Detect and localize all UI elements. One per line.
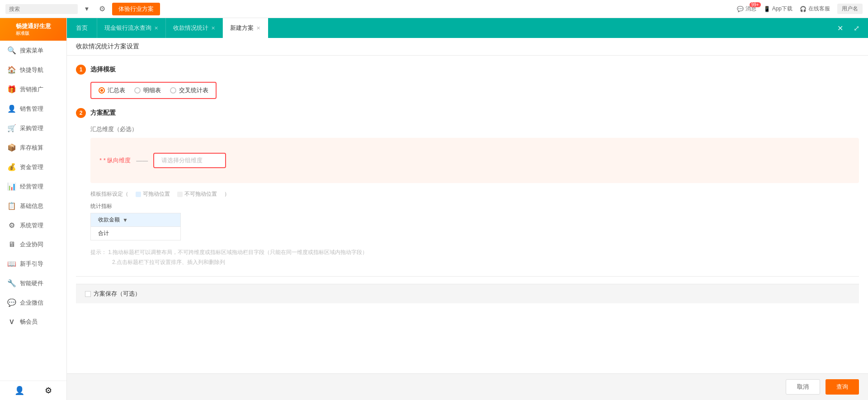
sidebar-bottom-icon2[interactable]: ⚙: [45, 386, 52, 395]
sidebar: 畅捷通好生意 标准版 🔍 搜索菜单 🏠 快捷导航 🎁 营销推广 👤 销售管理: [0, 18, 67, 400]
sidebar-item-label: 智能硬件: [20, 279, 43, 287]
sidebar-item-label: 企业协同: [20, 240, 43, 249]
sidebar-item-nav[interactable]: 🏠 快捷导航: [0, 60, 66, 80]
legend-draggable: 可拖动位置: [136, 190, 170, 198]
hardware-icon: 🔧: [7, 279, 16, 287]
tab-cashflow[interactable]: 现金银行流水查询 ✕: [97, 18, 166, 38]
sidebar-item-label: 畅会员: [20, 318, 38, 326]
sidebar-item-label: 资金管理: [20, 163, 43, 171]
app-logo: 畅捷通好生意 标准版: [0, 18, 66, 41]
dim-arrow-icon: ——: [136, 157, 148, 164]
service-label: 在线客服: [808, 5, 830, 13]
tab-home-label: 首页: [76, 24, 88, 32]
section1-title: 选择模板: [90, 66, 116, 74]
trial-button[interactable]: 体验行业方案: [112, 3, 160, 15]
sidebar-item-sales[interactable]: 👤 销售管理: [0, 99, 66, 118]
chart-icon: 📊: [7, 182, 16, 191]
sidebar-item-label: 营销推广: [20, 85, 43, 94]
save-label: 方案保存（可选）: [94, 290, 141, 298]
radio-cross[interactable]: 交叉统计表: [170, 86, 208, 94]
radio-detail[interactable]: 明细表: [134, 86, 161, 94]
search-input[interactable]: [5, 4, 78, 14]
sidebar-item-label: 搜索菜单: [20, 47, 43, 55]
save-checkbox[interactable]: 方案保存（可选）: [85, 290, 141, 298]
tab-home[interactable]: 首页: [67, 18, 97, 38]
sidebar-item-label: 销售管理: [20, 105, 43, 113]
query-button[interactable]: 查询: [826, 379, 859, 395]
sidebar-bottom-icon1[interactable]: 👤: [14, 386, 24, 395]
section2-num: 2: [76, 108, 86, 118]
page-header: 收款情况统计方案设置: [67, 38, 868, 56]
search-icon: 🔍: [7, 46, 16, 55]
section1-num: 1: [76, 65, 86, 75]
tab-collection-close[interactable]: ✕: [211, 25, 215, 31]
sidebar-item-wechat[interactable]: 💬 企业微信: [0, 293, 66, 312]
gear-icon[interactable]: ⚙: [96, 3, 108, 15]
sidebar-item-base[interactable]: 📋 基础信息: [0, 196, 66, 216]
monitor-icon: 🖥: [7, 240, 16, 249]
tip-2: 2.点击标题栏下拉可设置排序、插入列和删除列: [90, 258, 859, 268]
dim-select[interactable]: 请选择分组维度: [153, 153, 226, 168]
close-window-icon[interactable]: ✕: [834, 22, 846, 34]
radio-detail-circle: [134, 87, 141, 94]
maximize-icon[interactable]: ⤢: [850, 22, 863, 34]
sidebar-item-label: 新手引导: [20, 260, 43, 268]
metrics-table: 收款金额 ▼ 合计: [90, 213, 181, 240]
sidebar-item-inventory[interactable]: 📦 库存核算: [0, 138, 66, 157]
section2-header: 2 方案配置: [76, 108, 859, 118]
sidebar-item-guide[interactable]: 📖 新手引导: [0, 254, 66, 273]
legend-fixed-label: 不可拖动位置: [184, 190, 217, 198]
sidebar-item-member[interactable]: V 畅会员: [0, 312, 66, 331]
sidebar-item-purchase[interactable]: 🛒 采购管理: [0, 118, 66, 138]
sidebar-item-label: 经营管理: [20, 183, 43, 191]
tab-new-plan[interactable]: 新建方案 ✕: [223, 18, 268, 38]
config-panel: * * 纵向维度 —— 请选择分组维度: [90, 138, 859, 183]
dim-label: * * 纵向维度: [99, 156, 131, 165]
sidebar-item-label: 采购管理: [20, 124, 43, 132]
tab-cashflow-label: 现金银行流水查询: [104, 24, 151, 32]
radio-summary-dot: [100, 89, 103, 92]
sidebar-item-collab[interactable]: 🖥 企业协同: [0, 235, 66, 254]
top-bar: ▼ ⚙ 体验行业方案 💬 消息 99+ 📱 App下载 🎧 在线客服 用户名: [0, 0, 868, 18]
info-icon: 📋: [7, 202, 16, 210]
radio-summary[interactable]: 汇总表: [99, 86, 125, 94]
metrics-header-text: 收款金额: [98, 216, 120, 224]
metrics-dropdown-icon[interactable]: ▼: [123, 217, 128, 223]
download-icon-item[interactable]: 📱 App下载: [764, 5, 793, 13]
metrics-row-total: 合计: [91, 227, 180, 240]
form-area: 1 选择模板 汇总表: [67, 56, 868, 373]
wechat-icon: 💬: [7, 298, 16, 307]
sidebar-item-label: 快捷导航: [20, 66, 43, 74]
section1-header: 1 选择模板: [76, 65, 859, 75]
sidebar-item-finance[interactable]: 💰 资金管理: [0, 157, 66, 177]
sidebar-item-hardware[interactable]: 🔧 智能硬件: [0, 273, 66, 293]
sidebar-item-marketing[interactable]: 🎁 营销推广: [0, 80, 66, 99]
tab-collection-label: 收款情况统计: [173, 24, 208, 32]
section-config: 2 方案配置 汇总维度（必选） * * 纵向维度: [76, 108, 859, 267]
sidebar-item-search[interactable]: 🔍 搜索菜单: [0, 41, 66, 60]
message-icon-item[interactable]: 💬 消息 99+: [737, 5, 756, 13]
tips-section: 提示： 1.拖动标题栏可以调整布局，不可跨维度或指标区域拖动栏目字段（只能在同一…: [90, 248, 859, 267]
tab-new-plan-close[interactable]: ✕: [256, 25, 260, 31]
gift-icon: 🎁: [7, 85, 16, 94]
service-icon: 🎧: [800, 6, 807, 12]
money-icon: 💰: [7, 163, 16, 171]
service-icon-item[interactable]: 🎧 在线客服: [800, 5, 830, 13]
home-icon: 🏠: [7, 66, 16, 74]
tab-collection[interactable]: 收款情况统计 ✕: [166, 18, 223, 38]
tab-bar: 首页 现金银行流水查询 ✕ 收款情况统计 ✕ 新建方案 ✕ ✕ ⤢: [67, 18, 868, 38]
username: 用户名: [837, 4, 863, 14]
config-label: 汇总维度（必选）: [90, 125, 859, 133]
tab-cashflow-close[interactable]: ✕: [154, 25, 158, 31]
page-content: 收款情况统计方案设置 1 选择模板: [67, 38, 868, 400]
legend-draggable-label: 可拖动位置: [143, 190, 170, 198]
cancel-button[interactable]: 取消: [786, 379, 820, 395]
sidebar-item-system[interactable]: ⚙ 系统管理: [0, 216, 66, 235]
tab-new-plan-label: 新建方案: [230, 24, 254, 32]
sidebar-item-label: 企业微信: [20, 299, 43, 307]
sidebar-item-operations[interactable]: 📊 经营管理: [0, 177, 66, 196]
legend-fixed: 不可拖动位置: [177, 190, 217, 198]
save-checkbox-box[interactable]: [85, 291, 91, 297]
metrics-header[interactable]: 收款金额 ▼: [91, 213, 180, 227]
dropdown-icon[interactable]: ▼: [81, 4, 92, 14]
